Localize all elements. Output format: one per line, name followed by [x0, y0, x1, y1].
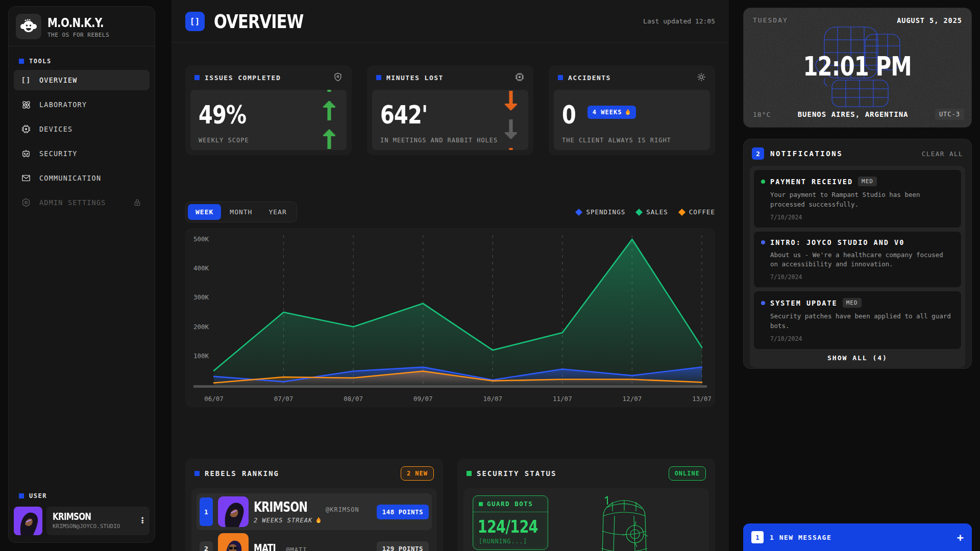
- lock-icon: [132, 198, 142, 207]
- show-all-button[interactable]: SHOW ALL (4): [754, 349, 961, 364]
- tools-bullet-icon: [19, 59, 24, 64]
- sidebar-item-security[interactable]: SECURITY: [14, 143, 150, 164]
- notification-body: Your payment to Rampant Studio has been …: [770, 190, 954, 210]
- clear-all-button[interactable]: CLEAR ALL: [922, 150, 963, 158]
- user-avatar[interactable]: [14, 507, 42, 535]
- legend-sales: SALES: [636, 208, 668, 216]
- shield-icon[interactable]: [333, 72, 342, 83]
- notifications-list: PAYMENT RECEIVED MED Your payment to Ram…: [750, 166, 965, 368]
- svg-text:07/07: 07/07: [274, 395, 293, 403]
- chip-icon[interactable]: [515, 72, 524, 83]
- ranking-row-2[interactable]: 2 MATI @MATI 129 POINTS: [197, 530, 432, 551]
- brand: M.O.N.K.Y. THE OS FOR REBELS: [9, 7, 155, 46]
- svg-text:06/07: 06/07: [204, 395, 224, 403]
- mati-avatar: [218, 533, 249, 551]
- svg-text:400K: 400K: [193, 264, 209, 272]
- svg-text:10/07: 10/07: [483, 395, 502, 403]
- online-badge: ONLINE: [669, 466, 706, 481]
- rank-handle: @MATI: [286, 546, 307, 551]
- monkey-logo-icon: [16, 14, 41, 39]
- notification-item[interactable]: SYSTEM UPDATE MED Security patches have …: [754, 291, 961, 349]
- guard-robot-illustration: [548, 495, 700, 551]
- sidebar-item-devices[interactable]: DEVICES: [14, 119, 150, 139]
- rebels-ranking-card: REBELS RANKING 2 NEW 1 KRIMSON @KRIMSON …: [185, 459, 443, 551]
- main-header: [] OVERVIEW Last updated 12:05: [172, 0, 729, 43]
- stat-caption: WEEKLY SCOPE: [199, 137, 249, 144]
- status-dot-icon: [761, 240, 765, 244]
- tools-section-label: TOOLS: [19, 58, 148, 65]
- rank-points-badge: 129 POINTS: [377, 541, 429, 551]
- stat-bullet-icon: [194, 75, 200, 80]
- hexagon-gear-icon: [21, 198, 31, 207]
- robot-icon: [21, 149, 31, 158]
- gear-icon[interactable]: [697, 72, 706, 83]
- message-label: 1 NEW MESSAGE: [770, 534, 831, 541]
- accident-streak-badge: 4 WEEKS: [587, 106, 636, 119]
- svg-text:12/07: 12/07: [623, 395, 642, 403]
- plus-icon[interactable]: +: [957, 531, 964, 544]
- user-name: KRIMSON: [53, 511, 91, 522]
- sidebar-item-admin-settings[interactable]: ADMIN SETTINGS: [14, 192, 150, 213]
- overview-brackets-icon: []: [185, 12, 205, 31]
- krimson-avatar: [218, 496, 249, 527]
- svg-text:09/07: 09/07: [413, 395, 433, 403]
- status-dot-icon: [761, 180, 765, 184]
- legend-spendings: SPENDINGS: [576, 208, 625, 216]
- user-menu-icon[interactable]: •••: [140, 517, 144, 524]
- svg-text:13/07: 13/07: [692, 395, 712, 403]
- sidebar-item-laboratory[interactable]: LABORATORY: [14, 94, 150, 115]
- notifications-panel: 2 NOTIFICATIONS CLEAR ALL PAYMENT RECEIV…: [743, 139, 972, 369]
- stat-bullet-icon: [376, 75, 381, 80]
- sidebar-item-communication[interactable]: COMMUNICATION: [14, 168, 150, 188]
- rank-name: KRIMSON: [254, 499, 307, 515]
- notification-date: 7/10/2024: [770, 273, 954, 281]
- priority-chip: MED: [858, 177, 877, 186]
- tab-month[interactable]: MONTH: [222, 204, 260, 220]
- rank-number: 2: [200, 541, 213, 551]
- security-bullet-icon: [467, 471, 472, 476]
- notification-date: 7/10/2024: [770, 214, 954, 221]
- rank-streak: 2 WEEKS STREAK: [254, 517, 372, 524]
- notifications-title: NOTIFICATIONS: [770, 149, 843, 158]
- chart: 100K200K300K400K500K06/0707/0708/0709/07…: [185, 228, 715, 407]
- notification-body: About us - We're a healthcare company fo…: [770, 251, 954, 270]
- sidebar-item-overview[interactable]: [] OVERVIEW: [14, 70, 150, 90]
- brand-tagline: THE OS FOR REBELS: [47, 32, 117, 38]
- svg-text:08/07: 08/07: [344, 395, 363, 403]
- stat-value: 49%: [199, 102, 246, 128]
- clock-temperature: 18°C: [753, 111, 771, 118]
- page-title: OVERVIEW: [214, 10, 303, 33]
- monkey-logo-svg: [20, 19, 37, 34]
- ranking-new-badge: 2 NEW: [401, 466, 434, 481]
- notification-item[interactable]: PAYMENT RECEIVED MED Your payment to Ram…: [754, 170, 961, 228]
- ranking-list: 1 KRIMSON @KRIMSON 2 WEEKS STREAK 148 PO…: [191, 488, 437, 551]
- stat-value: 642': [380, 102, 428, 128]
- stat-value: 0: [562, 102, 576, 128]
- new-message-bar[interactable]: 1 1 NEW MESSAGE +: [743, 523, 972, 551]
- notification-body: Security patches have been applied to al…: [770, 312, 954, 331]
- user-card[interactable]: KRIMSON KRIMSON@JOYCO.STUDIO •••: [46, 507, 150, 535]
- tab-year[interactable]: YEAR: [261, 204, 294, 220]
- stat-card-accidents: ACCIDENTS 0 4 WEEKS: [549, 65, 715, 155]
- ranking-row-1[interactable]: 1 KRIMSON @KRIMSON 2 WEEKS STREAK 148 PO…: [197, 493, 432, 530]
- sidebar-nav: [] OVERVIEW LABORATORY DEVICES: [9, 70, 155, 213]
- svg-text:500K: 500K: [193, 235, 209, 243]
- module-bullet-icon: [479, 502, 483, 506]
- stat-caption: THE CLIENT ALWAYS IS RIGHT: [562, 137, 671, 144]
- main-panel: [] OVERVIEW Last updated 12:05 ISSUES CO…: [172, 0, 729, 551]
- brackets-icon: []: [21, 76, 31, 84]
- guard-bots-module: GUARD BOTS 124/124 [RUNNING...]: [473, 495, 548, 550]
- svg-text:11/07: 11/07: [553, 395, 572, 403]
- message-count-badge: 1: [751, 531, 764, 543]
- tab-week[interactable]: WEEK: [188, 204, 221, 220]
- notification-item[interactable]: INTRO: JOYCO STUDIO AND V0 About us - We…: [754, 232, 961, 288]
- brand-name: M.O.N.K.Y.: [47, 15, 104, 30]
- user-section: USER KRIMSON KRIMSON@JOYCO.STUDIO •••: [9, 485, 155, 542]
- stat-card-issues: ISSUES COMPLETED 49% WEEKLY SCOPE: [185, 65, 352, 155]
- sidebar: M.O.N.K.Y. THE OS FOR REBELS TOOLS [] OV…: [8, 6, 155, 543]
- svg-text:300K: 300K: [193, 293, 209, 301]
- trend-down-arrows: [500, 90, 522, 150]
- spendings-diamond-icon: [575, 208, 582, 215]
- svg-text:200K: 200K: [193, 323, 209, 331]
- last-updated: Last updated 12:05: [643, 17, 715, 25]
